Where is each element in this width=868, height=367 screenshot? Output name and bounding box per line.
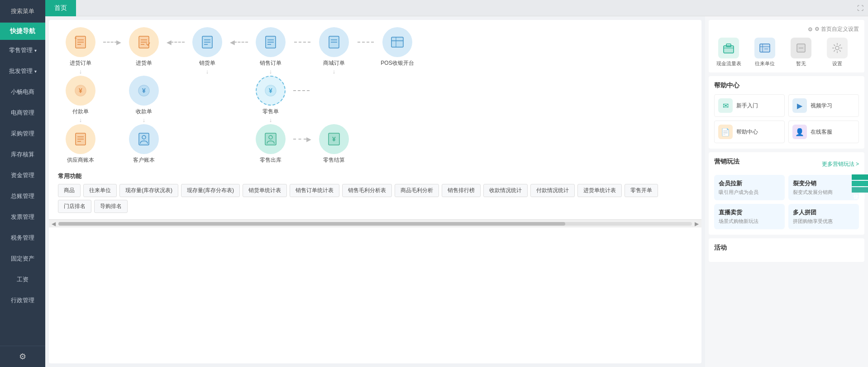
sidebar-nav-label: 快捷导航 bbox=[0, 23, 45, 40]
func-button[interactable]: 销货单统计表 bbox=[243, 184, 287, 197]
top-tabs: 首页 ⛶ bbox=[45, 0, 868, 16]
arrow-5 bbox=[357, 42, 375, 53]
sidebar-item-tax[interactable]: 税务管理 bbox=[0, 227, 45, 248]
marketing-card-title: 裂变分销 bbox=[793, 179, 854, 188]
flow-row-2: ¥ 付款单 ¥ bbox=[58, 76, 692, 116]
expand-icon[interactable]: ⛶ bbox=[857, 5, 868, 12]
float-btn-community[interactable]: 服务社区 bbox=[852, 181, 868, 186]
func-button[interactable]: 商品毛利分析 bbox=[395, 184, 439, 197]
marketing-card-fission[interactable]: 裂变分销裂变式发展分销商 bbox=[788, 175, 859, 200]
flow-node-receipt[interactable]: ¥ 收款单 bbox=[121, 76, 167, 116]
sidebar-item-assets[interactable]: 固定资产 bbox=[0, 248, 45, 269]
sidebar-item-salary[interactable]: 工资 bbox=[0, 269, 45, 290]
mall-order-icon bbox=[319, 27, 349, 57]
flow-node-customer-account[interactable]: 客户账本 bbox=[121, 124, 167, 164]
sidebar-item-invoice[interactable]: 发票管理 bbox=[0, 207, 45, 227]
retail-bill-icon: ¥ bbox=[256, 76, 286, 106]
quick-icon-cashflow[interactable]: 现金流量表 bbox=[714, 38, 743, 67]
marketing-card-desc: 拼团购物享受优惠 bbox=[793, 218, 854, 225]
flow-node-sales-order[interactable]: 销售订单 bbox=[248, 27, 293, 67]
right-panel: ⚙ ⚙ 首页自定义设置 bbox=[705, 16, 868, 367]
scroll-track[interactable] bbox=[58, 222, 692, 226]
help-item-beginner[interactable]: ✉ 新手入门 bbox=[714, 94, 785, 117]
func-button[interactable]: 商品 bbox=[58, 184, 81, 197]
quick-icon-none[interactable]: 暂无 bbox=[787, 38, 816, 67]
sidebar-item-wholesale[interactable]: 批发管理 ▾ bbox=[0, 61, 45, 82]
scroll-right-arrow[interactable]: ▶ bbox=[694, 221, 700, 227]
tab-home[interactable]: 首页 bbox=[45, 0, 76, 16]
marketing-card-desc: 吸引用户成为会员 bbox=[719, 189, 780, 196]
scroll-left-arrow[interactable]: ◀ bbox=[51, 221, 57, 227]
customize-label: ⚙ 首页自定义设置 bbox=[815, 25, 859, 33]
sidebar-bottom: ⚙ bbox=[0, 346, 45, 367]
func-button[interactable]: 销售毛利分析表 bbox=[342, 184, 392, 197]
chevron-down-icon: ▾ bbox=[34, 48, 37, 53]
help-section: 帮助中心 ✉ 新手入门 ▶ 视频学习 📄 帮助中心 bbox=[709, 76, 864, 149]
left-panel: 进货订单 ▶ bbox=[49, 20, 701, 363]
flow-down-arrows-2: ↓ ↓ ↓ bbox=[58, 116, 692, 123]
func-button[interactable]: 销售排行榜 bbox=[442, 184, 481, 197]
flow-node-purchase-order[interactable]: 进货订单 bbox=[58, 27, 103, 67]
func-button[interactable]: 导购排名 bbox=[94, 200, 128, 213]
flow-node-retail-bill[interactable]: ¥ 零售单 bbox=[248, 76, 293, 116]
down-arrow-receipt: ↓ bbox=[185, 68, 230, 75]
sidebar-search[interactable]: 搜索菜单 bbox=[0, 0, 45, 23]
float-btn-desktop[interactable]: 桌面快捷 bbox=[852, 187, 868, 193]
help-item-video[interactable]: ▶ 视频学习 bbox=[788, 94, 859, 117]
sidebar-item-xiaochang[interactable]: 小畅电商 bbox=[0, 82, 45, 102]
func-button[interactable]: 销售订单统计表 bbox=[290, 184, 339, 197]
flow-node-pos-open[interactable]: POS收银开台 bbox=[375, 27, 420, 67]
marketing-card-member[interactable]: 会员拉新吸引用户成为会员 bbox=[714, 175, 785, 200]
down-arrow-purchase: ↓ bbox=[58, 68, 103, 75]
none-icon bbox=[791, 38, 811, 58]
sidebar-item-ledger[interactable]: 总账管理 bbox=[0, 186, 45, 207]
help-grid: ✉ 新手入门 ▶ 视频学习 📄 帮助中心 👤 bbox=[714, 94, 859, 143]
down-arrow-pos: ↓ bbox=[311, 68, 357, 75]
marketing-section: 营销玩法 更多营销玩法 > 会员拉新吸引用户成为会员裂变分销裂变式发展分销商直播… bbox=[709, 152, 864, 235]
func-button[interactable]: 付款情况统计 bbox=[530, 184, 575, 197]
marketing-card-livestream[interactable]: 直播卖货场景式购物新玩法 bbox=[714, 204, 785, 229]
scroll-bar[interactable]: ◀ ▶ bbox=[49, 219, 701, 227]
purchase-order-label: 进货订单 bbox=[70, 59, 91, 67]
sidebar-item-admin[interactable]: 行政管理 bbox=[0, 290, 45, 311]
sidebar-item-funds[interactable]: 资金管理 bbox=[0, 165, 45, 186]
customize-header[interactable]: ⚙ ⚙ 首页自定义设置 bbox=[714, 25, 859, 33]
gear-icon[interactable]: ⚙ bbox=[19, 352, 26, 362]
flow-node-retail-outstock[interactable]: 零售出库 bbox=[248, 124, 293, 164]
flow-node-mall-order[interactable]: 商城订单 bbox=[311, 27, 357, 67]
marketing-more[interactable]: 更多营销玩法 > bbox=[822, 160, 859, 168]
marketing-card-title: 会员拉新 bbox=[719, 179, 780, 188]
func-button[interactable]: 门店排名 bbox=[58, 200, 91, 213]
flow-node-payment[interactable]: ¥ 付款单 bbox=[58, 76, 103, 116]
flow-node-supplier-account[interactable]: 供应商账本 bbox=[58, 124, 103, 164]
flow-node-sales-bill[interactable]: 销货单 bbox=[185, 27, 230, 67]
marketing-card-title: 直播卖货 bbox=[719, 208, 780, 217]
supplier-account-label: 供应商账本 bbox=[67, 156, 94, 164]
func-button[interactable]: 进货单统计表 bbox=[577, 184, 622, 197]
quick-icon-settings[interactable]: 设置 bbox=[823, 38, 852, 67]
help-item-service[interactable]: 👤 在线客服 bbox=[788, 121, 859, 143]
sidebar-item-purchase[interactable]: 采购管理 bbox=[0, 123, 45, 144]
flow-node-retail-settlement[interactable]: ¥ 零售结算 bbox=[311, 124, 357, 164]
sidebar-item-retail[interactable]: 零售管理 ▾ bbox=[0, 40, 45, 61]
customer-account-icon bbox=[129, 124, 159, 154]
func-button[interactable]: 零售开单 bbox=[625, 184, 658, 197]
func-button[interactable]: 收款情况统计 bbox=[483, 184, 528, 197]
float-btn-service[interactable]: 客服热线 bbox=[852, 174, 868, 180]
func-button[interactable]: 往来单位 bbox=[83, 184, 117, 197]
supplier-account-icon bbox=[66, 124, 95, 154]
marketing-card-groupbuy[interactable]: 多人拼团拼团购物享受优惠 bbox=[788, 204, 859, 229]
help-label: 帮助中心 bbox=[736, 128, 758, 136]
func-button[interactable]: 现存量(库存状况表) bbox=[119, 184, 178, 197]
flow-node-purchase-bill[interactable]: 进货单 bbox=[121, 27, 167, 67]
svg-text:¥: ¥ bbox=[79, 87, 82, 94]
func-button[interactable]: 现存量(库存分布表) bbox=[181, 184, 240, 197]
customize-icon: ⚙ bbox=[808, 26, 813, 33]
quick-icon-contacts[interactable]: 往来单位 bbox=[750, 38, 779, 67]
help-item-help[interactable]: 📄 帮助中心 bbox=[714, 121, 785, 143]
settings-icon bbox=[827, 38, 848, 58]
scroll-thumb[interactable] bbox=[58, 222, 565, 226]
cashflow-icon bbox=[718, 38, 739, 58]
sidebar-item-ecom[interactable]: 电商管理 bbox=[0, 102, 45, 123]
sidebar-item-inventory[interactable]: 库存核算 bbox=[0, 144, 45, 165]
